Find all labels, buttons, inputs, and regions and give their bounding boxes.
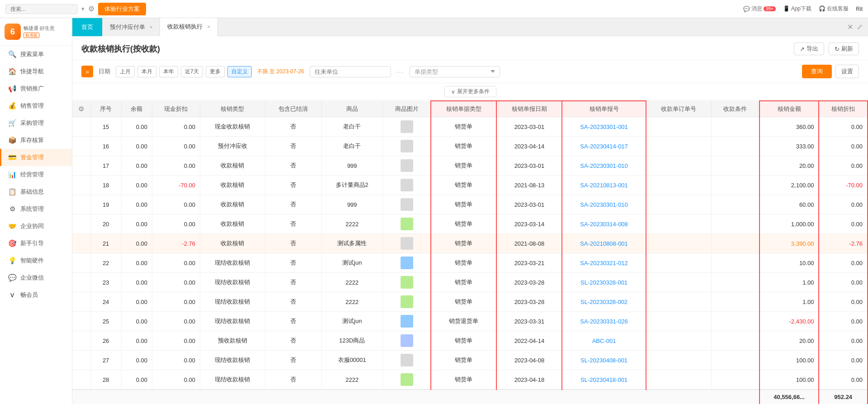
cell-bill-no[interactable]: ABC-001 <box>562 331 646 351</box>
sidebar-item-system[interactable]: ⚙ 系统管理 <box>0 200 72 218</box>
sidebar-item-member[interactable]: V 畅会员 <box>0 286 72 304</box>
sidebar-item-operations[interactable]: 📊 经营管理 <box>0 166 72 183</box>
top-bar-left: ▾ ⚙ 体验行业方案 <box>5 3 738 15</box>
cell-bill-no[interactable]: SA-20210813-001 <box>562 176 646 195</box>
cell-cash-discount: -2.76 <box>152 234 200 253</box>
notification-area[interactable]: 💬 消息 99+ <box>743 5 776 13</box>
query-button[interactable]: 查询 <box>802 65 832 78</box>
cell-bill-no[interactable]: SA-20230331-026 <box>562 312 646 331</box>
cell-bill-no[interactable]: SA-20230301-010 <box>562 195 646 214</box>
table-row: 16 0.00 0.00 预付冲应收 否 老白干 销货单 2023-04-14 … <box>72 137 868 156</box>
col-header-gear[interactable]: ⚙ <box>72 101 90 117</box>
close-all-icon[interactable]: ✕ <box>847 23 853 31</box>
cell-bill-no[interactable]: SA-20230314-008 <box>562 214 646 234</box>
cell-num: 26 <box>90 331 121 351</box>
sidebar-item-finance[interactable]: 💳 资金管理 <box>0 149 72 166</box>
date-btn-more[interactable]: 更多 <box>206 66 225 77</box>
cell-balance: 0.00 <box>121 234 152 253</box>
refresh-button[interactable]: ↻ 刷新 <box>829 43 859 55</box>
sidebar-item-purchase[interactable]: 🛒 采购管理 <box>0 114 72 132</box>
cell-balance: 0.00 <box>121 370 152 390</box>
cell-verify-discount: 0.00 <box>819 137 868 156</box>
date-btn-last-month[interactable]: 上月 <box>116 66 135 77</box>
inventory-icon: 📦 <box>8 136 17 144</box>
date-btn-custom[interactable]: 自定义 <box>227 66 252 77</box>
sidebar-item-marketing[interactable]: 📢 营销推广 <box>0 80 72 97</box>
cell-bill-no[interactable]: SA-20230321-012 <box>562 253 646 273</box>
cell-verify-type: 收款核销 <box>200 176 265 195</box>
cell-bill-no[interactable]: SA-20230301-010 <box>562 156 646 176</box>
bill-type-select[interactable]: 单据类型 <box>410 66 500 77</box>
user-name[interactable]: Rit <box>856 6 863 12</box>
sidebar-item-collab[interactable]: 🤝 企业协同 <box>0 218 72 235</box>
sidebar-label-search: 搜索菜单 <box>20 50 44 58</box>
cell-receipt-order <box>646 176 711 195</box>
sidebar-item-guide[interactable]: 🎯 新手引导 <box>0 235 72 252</box>
cell-bill-no[interactable]: SL-20230328-001 <box>562 273 646 292</box>
export-button[interactable]: ↗ 导出 <box>794 43 824 55</box>
date-btn-this-year[interactable]: 本年 <box>159 66 178 77</box>
expand-conditions-button[interactable]: ∨ 展开更多条件 <box>444 86 496 97</box>
cell-verify-discount: 0.00 <box>819 312 868 331</box>
from-unit-input[interactable] <box>310 66 391 77</box>
sidebar-item-basic-info[interactable]: 📋 基础信息 <box>0 183 72 200</box>
cell-product: 2222 <box>321 214 382 234</box>
date-btn-7days[interactable]: 近7天 <box>181 66 203 77</box>
industry-solution-button[interactable]: 体验行业方案 <box>98 3 146 15</box>
cell-bill-no[interactable]: SA-20210808-001 <box>562 234 646 253</box>
sidebar-item-search[interactable]: 🔍 搜索菜单 <box>0 46 72 63</box>
cell-bill-date: 2021-08-08 <box>496 234 562 253</box>
top-search-input[interactable] <box>5 4 78 14</box>
cell-receipt-order <box>646 351 711 370</box>
cell-receipt-cond <box>711 292 760 312</box>
cell-verify-amount: 1.00 <box>760 292 819 312</box>
cell-bill-type: 销货单 <box>431 292 496 312</box>
cell-bill-no[interactable]: SL-20230328-002 <box>562 292 646 312</box>
app-download-link[interactable]: 📱 App下载 <box>783 5 811 13</box>
cell-num: 25 <box>90 312 121 331</box>
date-btn-this-month[interactable]: 本月 <box>137 66 156 77</box>
cell-product-img <box>382 176 431 195</box>
sidebar-item-hardware[interactable]: 💡 智能硬件 <box>0 252 72 269</box>
cell-bill-type: 销货退货单 <box>431 312 496 331</box>
logo-name: 畅捷通·好生意 <box>24 25 55 31</box>
filter-toggle-button[interactable]: » <box>81 66 93 77</box>
cell-bill-type: 销货单 <box>431 117 496 137</box>
expand-tab-icon[interactable]: ⤢ <box>857 23 863 31</box>
cell-bill-no[interactable]: SL-20230418-001 <box>562 370 646 390</box>
top-bar-right: 💬 消息 99+ 📱 App下载 🎧 在线客服 Rit <box>743 5 863 13</box>
gear-icon[interactable]: ⚙ <box>78 105 84 113</box>
cell-verify-type: 现结收款核销 <box>200 292 265 312</box>
tab-receipt-verify[interactable]: 收款核销执行 × <box>160 18 217 36</box>
cell-verify-amount: 20.00 <box>760 331 819 351</box>
cell-receipt-cond <box>711 156 760 176</box>
cell-balance: 0.00 <box>121 253 152 273</box>
sidebar-item-sales[interactable]: 💰 销售管理 <box>0 97 72 114</box>
cell-bill-no[interactable]: SA-20230301-001 <box>562 117 646 137</box>
cell-bill-type: 销货单 <box>431 234 496 253</box>
online-service-link[interactable]: 🎧 在线客服 <box>819 5 849 13</box>
cell-verify-type: 现结收款核销 <box>200 370 265 390</box>
sidebar-item-quick-nav[interactable]: 🏠 快捷导航 <box>0 63 72 80</box>
cell-gear <box>72 117 90 137</box>
table-row: 15 0.00 0.00 现金收款核销 否 老白干 销货单 2023-03-01… <box>72 117 868 137</box>
sidebar-item-inventory[interactable]: 📦 库存核算 <box>0 132 72 149</box>
table-row: 23 0.00 0.00 现结收款核销 否 2222 销货单 2023-03-2… <box>72 273 868 292</box>
settings-icon[interactable]: ⚙ <box>88 5 94 13</box>
cell-product-img <box>382 273 431 292</box>
cell-bill-no[interactable]: SL-20230408-001 <box>562 351 646 370</box>
cell-verify-amount: -2,430.00 <box>760 312 819 331</box>
tab-prepay-close[interactable]: × <box>150 24 152 30</box>
cell-num: 21 <box>90 234 121 253</box>
col-header-product-img: 商品图片 <box>382 101 431 117</box>
cell-verify-amount: 360.00 <box>760 117 819 137</box>
tab-receipt-verify-close[interactable]: × <box>207 24 210 29</box>
cell-bill-no[interactable]: SA-20230414-017 <box>562 137 646 156</box>
cell-verify-discount: 0.00 <box>819 156 868 176</box>
tab-prepay[interactable]: 预付冲应付单 × <box>103 18 160 36</box>
tab-home[interactable]: 首页 <box>72 18 103 36</box>
collab-icon: 🤝 <box>8 222 17 230</box>
settings-button[interactable]: 设置 <box>835 65 859 78</box>
cell-cash-discount: -70.00 <box>152 176 200 195</box>
sidebar-item-wechat[interactable]: 💬 企业微信 <box>0 269 72 286</box>
